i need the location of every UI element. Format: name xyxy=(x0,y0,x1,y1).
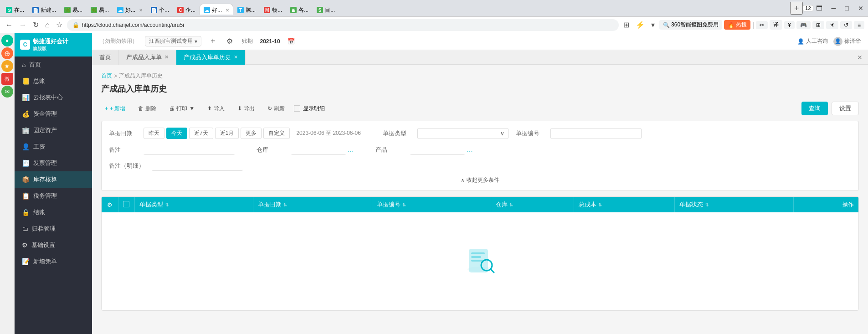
org-selector[interactable]: 江西服宝测试专用 ▾ xyxy=(145,36,201,46)
search-tool[interactable]: 🔍 360智能抠图免费用 xyxy=(659,20,722,30)
scissors-btn[interactable]: ✂ xyxy=(756,21,768,29)
th-status[interactable]: 单据状态⇅ xyxy=(674,197,793,212)
detail-remark-input[interactable] xyxy=(152,160,243,171)
settings-btn[interactable]: 设置 xyxy=(832,102,859,115)
browser-tab-3[interactable]: 🌿 易... xyxy=(60,4,87,15)
warehouse-ellipsis-btn[interactable]: ... xyxy=(348,146,354,154)
game-btn[interactable]: 🎮 xyxy=(796,21,811,29)
page-tab-2[interactable]: 产成品入库单 ✕ xyxy=(119,50,176,65)
yen-btn[interactable]: ¥ xyxy=(784,21,795,29)
add-app-icon[interactable]: ⊕ xyxy=(1,47,13,59)
export-btn[interactable]: ⬇ 导出 xyxy=(234,103,258,114)
date-btn-近1月[interactable]: 近1月 xyxy=(215,128,239,139)
minimize-btn[interactable]: ─ xyxy=(829,4,839,13)
browser-tab-9[interactable]: T 腾... xyxy=(233,4,260,15)
number-input[interactable] xyxy=(550,128,642,139)
browser-tab-2[interactable]: 📄 新建... xyxy=(28,4,60,15)
collapse-btn[interactable]: ∧ 收起更多条件 xyxy=(461,176,499,184)
import-btn[interactable]: ⬆ 导入 xyxy=(204,103,228,114)
sidebar-item-ledger[interactable]: 📒 总账 xyxy=(15,73,92,89)
lightning-btn[interactable]: ⚡ xyxy=(634,20,647,30)
type-select[interactable]: ∨ xyxy=(417,128,508,139)
sidebar-item-payroll[interactable]: 👤 工资 xyxy=(15,139,92,155)
browser-tab-8[interactable]: ☁ 好... ✕ xyxy=(200,4,233,15)
user-avatar[interactable]: 👤 徐泽华 xyxy=(833,37,861,46)
date-btn-近7天[interactable]: 近7天 xyxy=(189,128,213,139)
user-service-btn[interactable]: 👤 人工咨询 xyxy=(797,37,828,45)
forward-btn[interactable]: → xyxy=(17,20,28,30)
delete-btn[interactable]: 🗑 删除 xyxy=(134,103,160,114)
product-ellipsis-btn[interactable]: ... xyxy=(467,146,473,154)
browser-tab-7[interactable]: C 企... xyxy=(173,4,200,15)
th-total_cost[interactable]: 总成本⇅ xyxy=(574,197,674,212)
select-all-checkbox[interactable] xyxy=(123,201,129,207)
home-btn[interactable]: ⌂ xyxy=(43,20,51,30)
period-value[interactable]: 2021-10 xyxy=(260,38,280,45)
date-btn-更多[interactable]: 更多 xyxy=(241,128,262,139)
page-tab-1[interactable]: 首页 xyxy=(92,50,119,65)
show-detail-toggle[interactable]: 显示明细 xyxy=(294,105,325,113)
warehouse-input[interactable] xyxy=(291,144,346,155)
mail-icon[interactable]: ✉ xyxy=(1,86,13,98)
print-btn[interactable]: 🖨 打印 ▼ xyxy=(165,103,198,114)
th-number[interactable]: 单据编号⇅ xyxy=(372,197,491,212)
tab-count[interactable]: 12 xyxy=(803,5,813,11)
th-date[interactable]: 单据日期⇅ xyxy=(253,197,372,212)
th-type[interactable]: 单据类型⇅ xyxy=(134,197,253,212)
sync-btn[interactable]: ↺ xyxy=(840,21,852,29)
show-detail-checkbox[interactable] xyxy=(294,105,300,112)
sidebar-item-archive[interactable]: 🗂 归档管理 xyxy=(15,221,92,237)
browser-tab-12[interactable]: S 目... xyxy=(313,4,339,15)
product-input[interactable] xyxy=(410,144,465,155)
sidebar-item-invoice[interactable]: 🧾 发票管理 xyxy=(15,155,92,171)
sidebar-item-home[interactable]: ⌂ 首页 xyxy=(15,57,92,73)
hot-search-btn[interactable]: 🔥 热搜 xyxy=(724,20,750,30)
extensions-btn[interactable]: ⊞ xyxy=(621,20,631,30)
browser-tab-11[interactable]: ⊞ 各... xyxy=(286,4,313,15)
sidebar-item-close[interactable]: 🔒 结账 xyxy=(15,204,92,221)
weibo-icon[interactable]: 微 xyxy=(1,73,13,85)
org-settings-btn[interactable]: ⚙ xyxy=(225,36,235,46)
query-btn[interactable]: 查询 xyxy=(801,102,828,115)
new-tab-button[interactable]: + xyxy=(790,2,803,15)
sidebar-item-tax[interactable]: 📋 税务管理 xyxy=(15,188,92,204)
star-icon[interactable]: ★ xyxy=(1,60,13,72)
reload-btn[interactable]: ↻ xyxy=(31,20,41,30)
page-tab-close-icon[interactable]: ✕ xyxy=(164,54,169,60)
date-btn-自定义[interactable]: 自定义 xyxy=(263,128,290,139)
nav-brand[interactable]: C 畅捷通好会计 旗舰版 xyxy=(15,33,92,57)
date-btn-昨天[interactable]: 昨天 xyxy=(144,128,164,139)
browser-tab-6[interactable]: 📄 个... xyxy=(147,4,173,15)
tab-close-icon[interactable]: ✕ xyxy=(139,8,143,13)
browser-tab-10[interactable]: M 畅... xyxy=(260,4,286,15)
th-warehouse[interactable]: 仓库⇅ xyxy=(491,197,574,212)
bookmark-btn[interactable]: ☆ xyxy=(54,20,64,30)
sidebar-item-assets[interactable]: 🏢 固定资产 xyxy=(15,122,92,139)
breadcrumb-home[interactable]: 首页 xyxy=(101,72,112,80)
refresh-btn[interactable]: ↻ 刷新 xyxy=(264,103,288,114)
browser-tab-4[interactable]: 🌿 易... xyxy=(87,4,113,15)
browser-tab-5[interactable]: ☁ 好... ✕ xyxy=(113,4,147,15)
add-org-btn[interactable]: + xyxy=(209,36,217,47)
brightness-btn[interactable]: ☀ xyxy=(826,21,838,29)
date-btn-今天[interactable]: 今天 xyxy=(166,128,187,139)
dropdown-btn[interactable]: ▾ xyxy=(649,20,657,30)
sidebar-item-newbill[interactable]: 📝 新增凭单 xyxy=(15,253,92,270)
page-tab-close-icon[interactable]: ✕ xyxy=(234,54,238,60)
sidebar-item-basic[interactable]: ⚙ 基础设置 xyxy=(15,237,92,253)
back-btn[interactable]: ← xyxy=(4,20,15,30)
tab-close-icon[interactable]: ✕ xyxy=(226,8,229,13)
close-browser-btn[interactable]: ✕ xyxy=(855,4,866,13)
maximize-btn[interactable]: □ xyxy=(842,4,852,13)
add-btn[interactable]: + + 新增 xyxy=(101,103,129,114)
url-input[interactable]: 🔒 https://cloud.chanjet.com/accounting/u… xyxy=(67,19,619,31)
sidebar-item-funds[interactable]: 💰 资金管理 xyxy=(15,106,92,122)
translate-btn[interactable]: 译 xyxy=(770,20,782,30)
grid-btn[interactable]: ⊞ xyxy=(812,21,824,29)
sidebar-item-report[interactable]: 📊 云报表中心 xyxy=(15,89,92,106)
restore-btn[interactable]: 🗖 xyxy=(813,4,825,13)
close-panel-btn[interactable]: ✕ xyxy=(852,54,868,61)
logo-icon[interactable]: ● xyxy=(1,35,13,46)
sidebar-item-inventory[interactable]: 📦 库存核算 xyxy=(15,171,92,188)
remark-input[interactable] xyxy=(144,144,235,155)
